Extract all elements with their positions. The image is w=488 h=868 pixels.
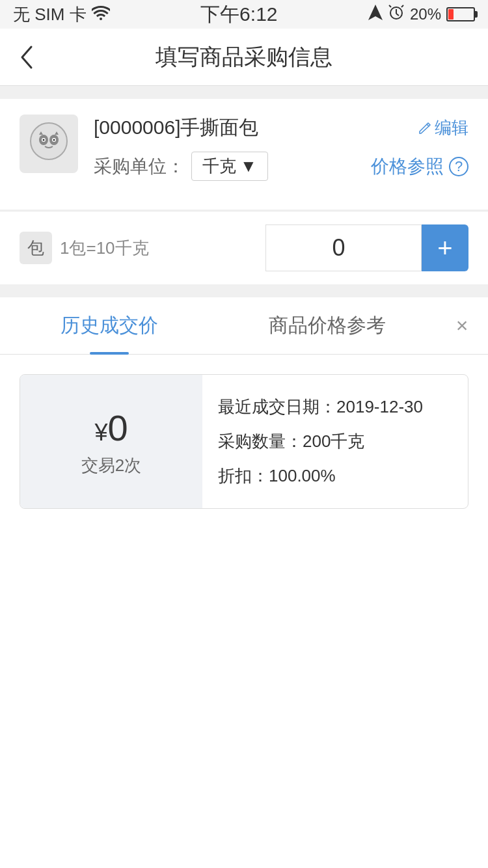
unit-conversion-text: 1包=10千克: [60, 237, 149, 260]
battery-icon: [446, 7, 475, 21]
edit-button[interactable]: 编辑: [418, 116, 468, 139]
history-transaction-count: 交易2次: [81, 454, 141, 477]
history-card: ¥0 交易2次 最近成交日期：2019-12-30 采购数量：200千克 折扣：…: [20, 374, 468, 509]
quantity-input[interactable]: [265, 224, 422, 271]
svg-line-4: [389, 5, 391, 7]
quantity-input-group: +: [265, 224, 468, 271]
status-left: 无 SIM 卡: [13, 3, 110, 26]
section-divider: [0, 284, 488, 297]
quantity-plus-button[interactable]: +: [422, 224, 468, 271]
history-date-row: 最近成交日期：2019-12-30: [218, 394, 452, 420]
product-header: [0000006]手撕面包 编辑 采购单位： 千克 ▼: [20, 115, 468, 181]
alarm-icon: [388, 4, 405, 25]
gps-icon: [368, 3, 383, 25]
status-bar: 无 SIM 卡 下午6:12 20%: [0, 0, 488, 29]
history-price-display: ¥0: [94, 407, 128, 449]
svg-point-11: [43, 139, 45, 141]
product-thumbnail: [20, 115, 78, 173]
unit-label: 采购单位： 千克 ▼: [94, 152, 268, 181]
quantity-unit-info: 包 1包=10千克: [20, 232, 149, 264]
quantity-row: 包 1包=10千克 +: [0, 211, 488, 284]
carrier-text: 无 SIM 卡: [13, 3, 87, 26]
history-content: ¥0 交易2次 最近成交日期：2019-12-30 采购数量：200千克 折扣：…: [0, 355, 488, 528]
page-title: 填写商品采购信息: [156, 42, 332, 72]
product-info: [0000006]手撕面包 编辑 采购单位： 千克 ▼: [94, 115, 468, 181]
tabs-header: 历史成交价 商品价格参考 ×: [0, 297, 488, 355]
product-name: [0000006]手撕面包: [94, 115, 258, 141]
time-display: 下午6:12: [200, 1, 277, 28]
bottom-space: [0, 528, 488, 868]
tabs-close-button[interactable]: ×: [436, 297, 488, 355]
svg-line-5: [401, 5, 403, 7]
tabs-container: 历史成交价 商品价格参考 × ¥0 交易2次 最近成交日期：2019-12-30…: [0, 297, 488, 528]
battery-percent: 20%: [410, 5, 441, 23]
svg-point-6: [31, 123, 67, 159]
product-name-row: [0000006]手撕面包 编辑: [94, 115, 468, 141]
history-quantity-row: 采购数量：200千克: [218, 429, 452, 454]
history-detail-right: 最近成交日期：2019-12-30 采购数量：200千克 折扣：100.00%: [202, 375, 468, 508]
product-owl-icon: [29, 122, 68, 167]
status-right: 20%: [368, 3, 475, 25]
tab-price-reference[interactable]: 商品价格参考: [218, 297, 436, 355]
nav-bar: 填写商品采购信息: [0, 29, 488, 86]
help-circle-icon: ?: [449, 157, 468, 176]
svg-marker-0: [368, 5, 383, 20]
history-price-left: ¥0 交易2次: [20, 375, 202, 508]
svg-point-12: [53, 139, 55, 141]
unit-box: 包: [20, 232, 52, 264]
history-discount-row: 折扣：100.00%: [218, 463, 452, 489]
wifi-icon: [92, 5, 110, 25]
unit-select-dropdown[interactable]: 千克 ▼: [191, 152, 268, 181]
dropdown-arrow-icon: ▼: [240, 156, 257, 176]
tab-history-price[interactable]: 历史成交价: [0, 297, 218, 355]
svg-line-3: [396, 14, 399, 16]
product-card: [0000006]手撕面包 编辑 采购单位： 千克 ▼: [0, 99, 488, 210]
back-button[interactable]: [0, 29, 52, 86]
unit-row: 采购单位： 千克 ▼ 价格参照 ?: [94, 152, 468, 181]
price-reference-button[interactable]: 价格参照 ?: [371, 154, 468, 179]
